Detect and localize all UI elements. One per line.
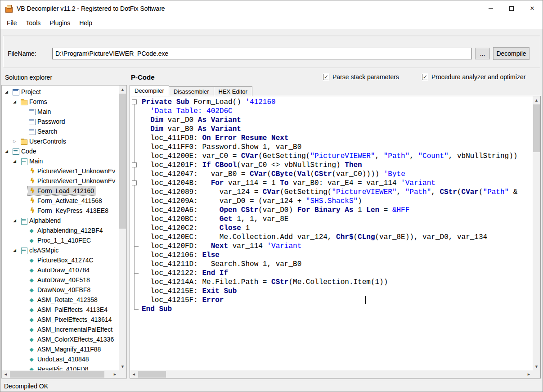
checkbox-checked-icon[interactable]: ✓ — [422, 74, 428, 80]
menu-help[interactable]: Help — [75, 18, 97, 28]
tree-item-form_keypress_413ee8[interactable]: ϟForm_KeyPress_413EE8 — [2, 206, 119, 216]
tree-item-asm_paleffects_4113e4[interactable]: ◆ASM_PalEffects_4113E4 — [2, 305, 119, 315]
code-icon — [12, 148, 19, 155]
close-button[interactable]: ✕ — [522, 0, 543, 16]
scroll-right-icon[interactable]: ▶ — [525, 370, 533, 378]
scroll-up-icon[interactable]: ▲ — [119, 86, 126, 93]
tree-item-pictureviever1_unknownev[interactable]: ϟPictureViever1_UnknownEv — [2, 176, 119, 186]
fold-margin — [130, 161, 142, 170]
fold-margin — [130, 179, 142, 188]
tree-item-label: AutoDraw_410784 — [37, 266, 90, 274]
tree-item-asm_colorxeffects_41336[interactable]: ◆ASM_ColorXEffects_41336 — [2, 334, 119, 344]
code-line: loc_41215F: Error — [130, 296, 533, 305]
fold-collapse-icon[interactable] — [132, 99, 137, 104]
tree-item-label: Form_Activate_411568 — [37, 197, 102, 204]
tree-item-alphablend[interactable]: ◢Alphablend — [2, 216, 119, 225]
code-line: loc_412089: var_124 = CVar(GetSetting("P… — [130, 188, 533, 197]
menu-plugins[interactable]: Plugins — [45, 18, 75, 28]
tree-item-asm_rotate_412358[interactable]: ◆ASM_Rotate_412358 — [2, 295, 119, 305]
collapse-arrow-icon[interactable]: ◢ — [13, 218, 20, 223]
fold-margin — [130, 305, 142, 314]
maximize-button[interactable] — [501, 0, 522, 16]
tree-item-drawnow_40fbf8[interactable]: ◆DrawNow_40FBF8 — [2, 285, 119, 295]
tree-item-asm_pixeleffects_413614[interactable]: ◆ASM_PixelEffects_413614 — [2, 315, 119, 324]
code-vertical-scrollbar[interactable]: ▲ ▼ — [533, 96, 540, 370]
fold-margin — [130, 296, 142, 305]
scroll-right-icon[interactable]: ▶ — [111, 370, 119, 378]
tree-item-asm_incrementalpaleffect[interactable]: ◆ASM_IncrementalPalEffect — [2, 324, 119, 334]
tree-item-resetpic_410fd8[interactable]: ◆ResetPic_410FD8 — [2, 364, 119, 370]
scrollbar-thumb[interactable] — [533, 104, 540, 152]
tree-item-autodraw_410784[interactable]: ◆AutoDraw_410784 — [2, 265, 119, 275]
code-horizontal-scrollbar[interactable]: ◀ ▶ — [130, 370, 533, 378]
tree-item-form_activate_411568[interactable]: ϟForm_Activate_411568 — [2, 196, 119, 206]
tab-hex-editor[interactable]: HEX Editor — [214, 86, 252, 96]
tree-item-forms[interactable]: ◢Forms — [2, 97, 119, 107]
window-controls: ✕ — [480, 0, 543, 16]
tree-item-undolast_410848[interactable]: ◆UndoLast_410848 — [2, 354, 119, 364]
procedure-analyzer-checkbox[interactable]: ✓ Procedure analyzer and optimizer — [422, 73, 525, 81]
tree-item-pictureviever1_unknownev[interactable]: ϟPictureViever1_UnknownEv — [2, 166, 119, 176]
scroll-left-icon[interactable]: ◀ — [130, 370, 138, 378]
tree-item-password[interactable]: Password — [2, 117, 119, 126]
tree-item-project[interactable]: ◢Project — [2, 87, 119, 97]
code-line: loc_411FF0: Password.Show 1, var_B0 — [130, 143, 533, 152]
menu-file[interactable]: File — [2, 18, 22, 28]
menu-tools[interactable]: Tools — [22, 18, 45, 28]
tree-item-form_load_412160[interactable]: ϟForm_Load_412160 — [2, 186, 119, 196]
tree-item-autodraw_40f518[interactable]: ◆AutoDraw_40F518 — [2, 275, 119, 285]
maximize-icon — [509, 6, 514, 11]
tree-item-label: ASM_PixelEffects_413614 — [37, 316, 112, 323]
tree-item-search[interactable]: Search — [2, 126, 119, 136]
tree-item-proc_1_1_410fec[interactable]: ◆Proc_1_1_410FEC — [2, 235, 119, 245]
section-header-row: Solution explorer P-Code ✓ Parse stack p… — [0, 71, 543, 84]
filename-input[interactable] — [52, 48, 472, 59]
tree-item-usercontrols[interactable]: ▷UserControls — [2, 136, 119, 146]
tree-vertical-scrollbar[interactable]: ▲ ▼ — [119, 86, 126, 370]
scroll-down-icon[interactable]: ▼ — [533, 363, 540, 370]
tree-item-picturebox_41274c[interactable]: ◆PictureBox_41274C — [2, 255, 119, 265]
code-line: loc_41209A: var_D0 = (var_124 + "SHS.Sha… — [130, 197, 533, 206]
tree-item-code[interactable]: ◢Code — [2, 146, 119, 156]
fold-collapse-icon[interactable] — [132, 162, 137, 167]
scroll-down-icon[interactable]: ▼ — [119, 363, 126, 370]
tab-disassembler[interactable]: Disassembler — [169, 86, 214, 96]
tree-horizontal-scrollbar[interactable]: ◀ ▶ — [2, 370, 119, 378]
minimize-button[interactable] — [480, 0, 501, 16]
scrollbar-thumb[interactable] — [10, 371, 104, 378]
tree-item-clsasmpic[interactable]: ◢clsASMpic — [2, 245, 119, 255]
fold-margin — [130, 98, 142, 107]
tab-decompiler[interactable]: Decompiler — [130, 85, 169, 96]
code-editor-panel[interactable]: Private Sub Form_Load() '412160 'Data Ta… — [130, 96, 541, 378]
tree-item-main[interactable]: Main — [2, 107, 119, 117]
scroll-left-icon[interactable]: ◀ — [2, 370, 9, 378]
code-lines[interactable]: Private Sub Form_Load() '412160 'Data Ta… — [130, 96, 533, 370]
code-line: Private Sub Form_Load() '412160 — [130, 98, 533, 107]
parse-stack-parameters-checkbox[interactable]: ✓ Parse stack parameters — [323, 73, 399, 81]
expand-arrow-icon[interactable]: ▷ — [13, 139, 20, 144]
proc-icon: ◆ — [28, 267, 36, 274]
tree-item-label: Proc_1_1_410FEC — [37, 237, 91, 244]
scrollbar-thumb[interactable] — [119, 94, 126, 229]
fold-margin — [130, 215, 142, 224]
collapse-arrow-icon[interactable]: ◢ — [13, 99, 20, 104]
fold-collapse-icon[interactable] — [132, 180, 137, 185]
collapse-arrow-icon[interactable]: ◢ — [4, 90, 12, 94]
code-text: loc_41214A: Me.File1.Path = CStr(Me.Coll… — [142, 278, 388, 287]
scroll-up-icon[interactable]: ▲ — [533, 96, 540, 104]
proc-icon: ◆ — [28, 366, 36, 371]
browse-button[interactable]: ... — [475, 48, 490, 59]
collapse-arrow-icon[interactable]: ◢ — [13, 159, 20, 163]
tree-item-asm_magnify_411f88[interactable]: ◆ASM_Magnify_411F88 — [2, 344, 119, 354]
checkbox-checked-icon[interactable]: ✓ — [323, 74, 329, 80]
collapse-arrow-icon[interactable]: ◢ — [13, 248, 20, 252]
tree-item-main[interactable]: ◢Main — [2, 156, 119, 166]
scrollbar-thumb[interactable] — [138, 371, 166, 378]
fold-margin — [130, 152, 142, 161]
tree-item-alphablending_412bf4[interactable]: ◆Alphablending_412BF4 — [2, 225, 119, 235]
tree[interactable]: ◢Project◢FormsMainPasswordSearch▷UserCon… — [2, 86, 119, 370]
collapse-arrow-icon[interactable]: ◢ — [4, 149, 12, 153]
code-text: loc_4120EC: Me.Collection.Add var_124, C… — [142, 233, 487, 242]
proc-icon: ◆ — [28, 287, 36, 293]
decompile-button[interactable]: Decompile — [493, 47, 530, 60]
